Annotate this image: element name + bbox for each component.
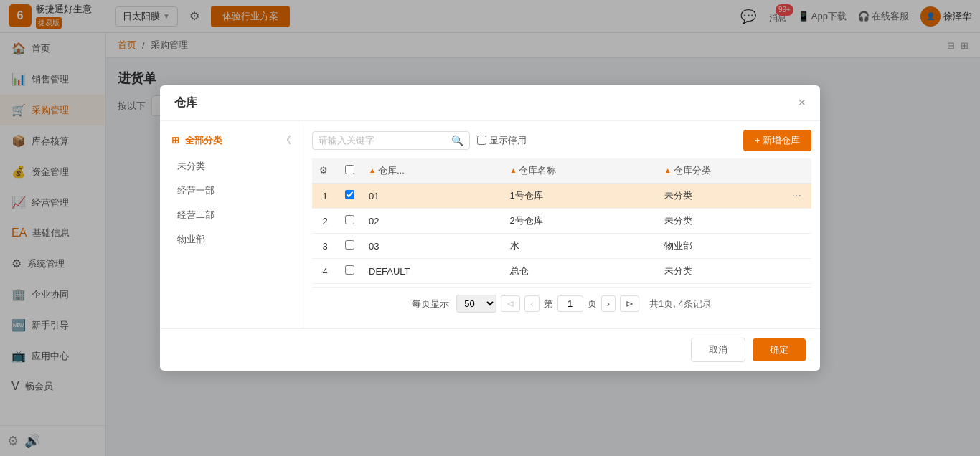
sort-cat-icon: ▲ [664, 166, 672, 174]
row-name: 2号仓库 [503, 209, 657, 234]
modal-overlay: 仓库 × ⊞ 全部分类 《 未分类 经营一部 经营二部 物业部 [0, 0, 980, 456]
show-disabled-checkbox[interactable] [477, 136, 486, 145]
dialog-footer: 取消 确定 [160, 328, 820, 371]
row-category: 未分类 [657, 259, 811, 284]
row-checkbox-cell [338, 259, 362, 284]
table-head: ⚙ ▲ 仓库... ▲ [312, 158, 811, 184]
row-category: 未分类 [657, 209, 811, 234]
last-page-button[interactable]: ⊳ [620, 295, 639, 312]
row-checkbox-cell [338, 183, 362, 209]
select-all-checkbox[interactable] [345, 165, 354, 174]
table-row[interactable]: 2 02 2号仓库 未分类 [312, 209, 811, 234]
prev-page-button[interactable]: ‹ [524, 295, 539, 312]
gear-th-icon: ⚙ [319, 165, 328, 176]
table-toolbar: 🔍 显示停用 + 新增仓库 [312, 130, 811, 151]
row-checkbox[interactable] [345, 190, 354, 199]
page-unit: 页 [588, 298, 597, 310]
th-category: ▲ 仓库分类 [657, 158, 811, 184]
dialog-body: ⊞ 全部分类 《 未分类 经营一部 经营二部 物业部 🔍 [160, 121, 820, 329]
row-code: DEFAULT [362, 259, 503, 284]
row-code: 02 [362, 209, 503, 234]
th-code: ▲ 仓库... [362, 158, 503, 184]
row-num: 1 [312, 183, 338, 209]
page-number-input[interactable] [557, 295, 583, 312]
per-page-label: 每页显示 [412, 298, 449, 310]
table-panel: 🔍 显示停用 + 新增仓库 [303, 121, 820, 329]
page-label: 第 [544, 298, 553, 310]
warehouse-table: ⚙ ▲ 仓库... ▲ [312, 158, 811, 285]
row-num: 3 [312, 234, 338, 259]
row-checkbox-cell [338, 209, 362, 234]
dialog-close-button[interactable]: × [798, 95, 806, 110]
table-container: ⚙ ▲ 仓库... ▲ [312, 158, 811, 285]
row-code: 01 [362, 183, 503, 209]
table-row[interactable]: 1 01 1号仓库 未分类 ··· [312, 183, 811, 209]
row-category: 未分类 ··· [657, 184, 811, 209]
sort-icon: ▲ [369, 166, 376, 174]
add-warehouse-button[interactable]: + 新增仓库 [743, 130, 811, 151]
grid-icon: ⊞ [171, 135, 179, 146]
row-checkbox[interactable] [345, 265, 354, 275]
category-all-label[interactable]: 全部分类 [185, 135, 222, 146]
cat-item-unclassified[interactable]: 未分类 [160, 154, 303, 179]
row-name: 1号仓库 [503, 183, 657, 209]
confirm-button[interactable]: 确定 [753, 338, 806, 361]
first-page-button[interactable]: ⊲ [501, 295, 520, 312]
next-page-button[interactable]: › [601, 295, 616, 312]
th-checkbox [338, 158, 362, 184]
collapse-button[interactable]: 《 [281, 134, 291, 147]
category-panel: ⊞ 全部分类 《 未分类 经营一部 经营二部 物业部 [160, 121, 303, 329]
th-name: ▲ 仓库名称 [503, 158, 657, 184]
table-row[interactable]: 4 DEFAULT 总仓 未分类 [312, 259, 811, 284]
row-checkbox-cell [338, 234, 362, 259]
row-code: 03 [362, 234, 503, 259]
show-disabled-label[interactable]: 显示停用 [477, 134, 527, 147]
cat-item-operations1[interactable]: 经营一部 [160, 179, 303, 203]
search-box: 🔍 [312, 131, 470, 150]
row-checkbox[interactable] [345, 240, 354, 250]
category-header: ⊞ 全部分类 《 [160, 130, 303, 154]
warehouse-dialog: 仓库 × ⊞ 全部分类 《 未分类 经营一部 经营二部 物业部 [160, 85, 820, 371]
total-info: 共1页, 4条记录 [649, 298, 712, 310]
th-gear: ⚙ [312, 158, 338, 184]
row-num: 4 [312, 259, 338, 284]
search-icon: 🔍 [451, 135, 463, 146]
row-more-button[interactable]: ··· [789, 189, 804, 202]
cat-item-property[interactable]: 物业部 [160, 227, 303, 252]
row-name: 总仓 [503, 259, 657, 284]
row-category: 物业部 [657, 234, 811, 259]
table-row[interactable]: 3 03 水 物业部 [312, 234, 811, 259]
table-body: 1 01 1号仓库 未分类 ··· 2 02 2号仓库 未分类 3 [312, 183, 811, 284]
row-checkbox[interactable] [345, 215, 354, 224]
row-num: 2 [312, 209, 338, 234]
pagination-bar: 每页显示 50 10 20 100 ⊲ ‹ 第 页 › ⊳ 共1页, 4条记录 [312, 287, 811, 320]
cat-item-operations2[interactable]: 经营二部 [160, 203, 303, 227]
row-name: 水 [503, 234, 657, 259]
dialog-title: 仓库 [174, 95, 197, 110]
sort-name-icon: ▲ [510, 166, 517, 174]
dialog-header: 仓库 × [160, 85, 820, 121]
search-input[interactable] [319, 135, 451, 146]
per-page-select[interactable]: 50 10 20 100 [456, 295, 496, 313]
cancel-button[interactable]: 取消 [691, 338, 745, 362]
